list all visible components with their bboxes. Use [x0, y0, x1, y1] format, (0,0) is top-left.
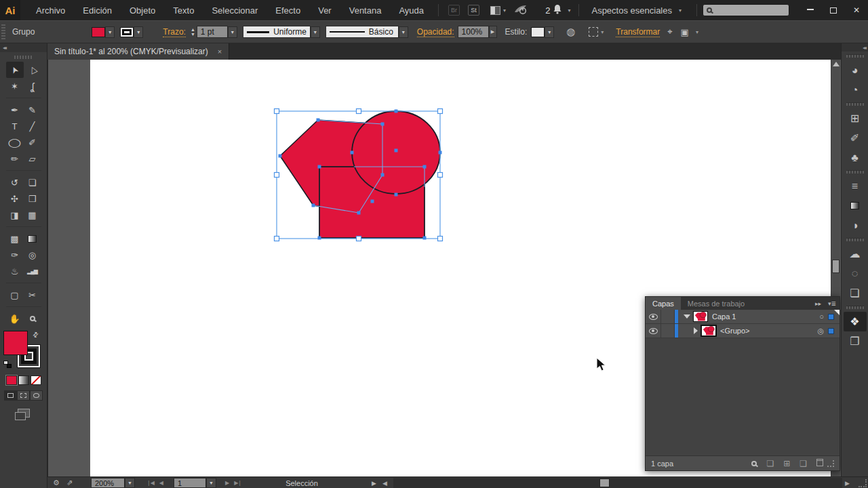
arrange-documents-icon[interactable] — [490, 6, 500, 15]
scroll-up-arrow[interactable] — [833, 62, 840, 66]
pencil-tool-icon[interactable]: ✏ — [6, 150, 24, 167]
eraser-tool-icon[interactable]: ▱ — [24, 150, 41, 167]
draw-behind-button[interactable] — [17, 390, 30, 401]
fill-color-swatch[interactable] — [92, 27, 105, 37]
dock-drag-grip[interactable] — [846, 306, 864, 309]
tab-mesas-de-trabajo[interactable]: Mesas de trabajo — [681, 297, 751, 310]
layer-name[interactable]: Capa 1 — [712, 312, 736, 321]
tools-drag-grip[interactable] — [14, 56, 33, 59]
visibility-toggle[interactable] — [646, 324, 661, 338]
menu-ayuda[interactable]: Ayuda — [390, 0, 433, 20]
scale-tool-icon[interactable]: ❏ — [24, 174, 41, 190]
new-layer-icon[interactable]: ❑ — [800, 459, 807, 468]
new-sublayer-icon[interactable]: ⊞ — [783, 459, 790, 468]
zoom-level-field[interactable]: 200% — [91, 478, 125, 488]
swap-fill-stroke-icon[interactable]: ⇄ — [31, 330, 40, 340]
scrollbar-thumb[interactable] — [832, 260, 840, 273]
layer-thumbnail[interactable] — [693, 311, 708, 322]
menu-texto[interactable]: Texto — [164, 0, 203, 20]
document-actions-icon[interactable]: ⚙ — [53, 479, 60, 487]
dock-drag-grip[interactable] — [846, 102, 864, 106]
clipping-mask-icon[interactable]: ❏ — [766, 459, 774, 468]
asset-export-icon[interactable]: ❏ — [844, 283, 867, 303]
brush-definition-dropdown[interactable]: ▾ — [399, 26, 408, 38]
chevron-down-icon[interactable]: ▾ — [696, 29, 698, 35]
artboard-dropdown[interactable]: ▼ — [206, 478, 216, 488]
screen-mode-button[interactable] — [18, 409, 30, 418]
direct-selection-tool-icon[interactable]: ▷ — [24, 62, 41, 78]
panel-grip[interactable] — [1, 24, 5, 39]
expand-dock-icon[interactable]: ◂◂ — [842, 43, 868, 52]
blend-tool-icon[interactable]: ◎ — [24, 247, 41, 263]
delete-layer-icon[interactable] — [816, 459, 823, 468]
panel-resize-grip[interactable] — [827, 460, 834, 467]
selection-indicator[interactable] — [828, 328, 834, 334]
align-icon[interactable]: ⌖ — [667, 26, 672, 37]
search-input[interactable] — [703, 4, 789, 16]
menu-seleccionar[interactable]: Seleccionar — [203, 0, 267, 20]
dock-drag-grip[interactable] — [846, 54, 864, 58]
draw-inside-button[interactable] — [30, 390, 43, 401]
status-menu-icon[interactable]: ▶ — [372, 480, 376, 487]
menu-archivo[interactable]: Archivo — [27, 0, 74, 20]
panel-menu-icon[interactable]: ▾≣ — [825, 297, 840, 310]
previous-artboard-icon[interactable]: ◀ — [159, 480, 163, 486]
gpu-performance-icon[interactable] — [514, 4, 528, 17]
width-profile-dropdown[interactable]: ▾ — [311, 26, 320, 38]
paintbrush-tool-icon[interactable]: ✐ — [24, 134, 41, 150]
fill-indicator[interactable] — [3, 331, 28, 355]
recolor-artwork-icon[interactable]: ◍ — [566, 26, 575, 38]
lock-toggle[interactable] — [661, 310, 675, 323]
magic-wand-tool-icon[interactable]: ✶ — [6, 78, 24, 94]
selection-tool-icon[interactable]: ➤ — [6, 62, 24, 78]
none-button[interactable] — [31, 375, 41, 385]
visibility-toggle[interactable] — [646, 310, 661, 323]
workspace-switcher[interactable]: Aspectos esenciales ▾ — [591, 5, 684, 16]
selection-indicator[interactable] — [828, 314, 834, 320]
notifications[interactable]: 2 ▾ — [545, 4, 573, 16]
lasso-tool-icon[interactable]: ʆ — [24, 78, 41, 94]
zoom-tool-icon[interactable] — [24, 310, 41, 327]
gradient-button[interactable] — [18, 375, 29, 385]
first-artboard-icon[interactable]: ❘◀ — [146, 480, 154, 486]
lock-toggle[interactable] — [661, 324, 675, 338]
window-resize-grip[interactable] — [859, 479, 867, 487]
minimize-button[interactable] — [799, 0, 822, 20]
document-tab[interactable]: Sin título-1* al 200% (CMYK/Previsualiza… — [47, 43, 229, 60]
type-tool-icon[interactable]: T — [6, 118, 24, 134]
graphic-style-dropdown[interactable]: ▾ — [545, 26, 554, 38]
width-profile-select[interactable]: Uniforme — [243, 26, 311, 38]
symbols-icon[interactable]: ♣ — [844, 148, 867, 167]
column-graph-tool-icon[interactable]: ▂▄▆ — [24, 263, 41, 279]
mesh-tool-icon[interactable]: ▩ — [6, 230, 24, 247]
stock-button[interactable]: St — [468, 5, 479, 16]
target-icon[interactable]: ◎ — [817, 327, 824, 336]
menu-objeto[interactable]: Objeto — [121, 0, 164, 20]
transform-panel-link[interactable]: Transformar — [616, 27, 660, 37]
color-icon[interactable]: ◕ — [844, 60, 867, 80]
scroll-left-arrow[interactable]: ◀ — [382, 480, 387, 487]
fill-color-dropdown[interactable]: ▾ — [105, 26, 115, 38]
menu-edicion[interactable]: Edición — [74, 0, 121, 20]
graphic-style-swatch[interactable] — [531, 27, 545, 37]
appearance-icon[interactable]: ◌ — [844, 264, 867, 283]
stroke-panel-link[interactable]: Trazo: — [163, 27, 186, 37]
menu-ver[interactable]: Ver — [309, 0, 340, 20]
isolate-selection-icon[interactable]: ▣ — [681, 27, 689, 37]
next-artboard-icon[interactable]: ▶ — [225, 480, 229, 486]
artboard-tool-icon[interactable]: ▢ — [6, 287, 24, 303]
chevron-down-icon[interactable]: ▾ — [503, 7, 506, 14]
close-button[interactable]: ✕ — [845, 0, 868, 20]
expand-collapse-icon[interactable] — [684, 314, 690, 319]
color-button[interactable] — [6, 375, 17, 385]
dock-drag-grip[interactable] — [846, 238, 864, 241]
slice-tool-icon[interactable]: ✂ — [24, 287, 41, 303]
expand-collapse-icon[interactable] — [694, 327, 698, 334]
stroke-color-dropdown[interactable]: ▾ — [134, 26, 143, 38]
width-tool-icon[interactable]: ✣ — [6, 190, 24, 207]
artboards-icon[interactable]: ❐ — [844, 331, 867, 351]
stroke-color-swatch[interactable] — [120, 27, 134, 37]
layer-row-grupo[interactable]: <Grupo> ◎ — [646, 324, 840, 338]
opacity-panel-link[interactable]: Opacidad: — [417, 27, 454, 37]
pen-tool-icon[interactable]: ✒ — [6, 102, 24, 118]
